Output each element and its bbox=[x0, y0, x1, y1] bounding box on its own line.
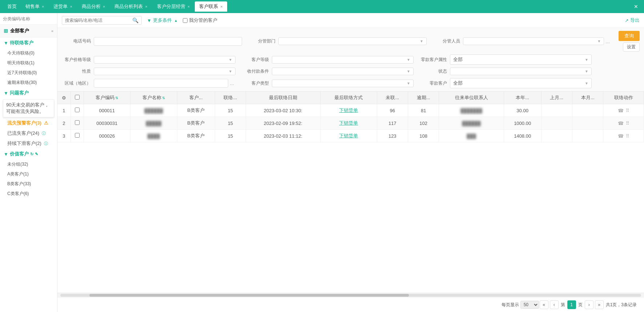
horizontal-scrollbar[interactable] bbox=[57, 293, 644, 297]
filter-retail: 零款客户 全部 ▼ bbox=[418, 78, 592, 88]
filter-customer-type: 客户类型 ▼ bbox=[240, 80, 414, 87]
per-page-select[interactable]: 50 20 100 bbox=[520, 301, 539, 309]
status-select[interactable]: ▼ bbox=[450, 68, 592, 75]
sidebar-item-tomorrow[interactable]: 明天待联络(1) bbox=[0, 58, 57, 68]
current-page-btn[interactable]: 1 bbox=[567, 300, 576, 309]
sidebar-all-customers[interactable]: ⊞ 全部客户 « bbox=[0, 25, 57, 37]
search-button[interactable]: 🔍 bbox=[132, 17, 138, 23]
row-last-method[interactable]: 下销货单 bbox=[320, 117, 377, 130]
sidebar-item-overdue[interactable]: 逾期未联络(30) bbox=[0, 78, 57, 88]
sidebar-item-declining[interactable]: 持续下滑客户(2) ⓘ bbox=[0, 138, 57, 149]
my-customers-checkbox[interactable] bbox=[183, 18, 188, 23]
tab-customer-layer[interactable]: 客户分层经营 × bbox=[153, 1, 194, 12]
tab-analysis-close[interactable]: × bbox=[103, 4, 105, 9]
tab-sales-close[interactable]: × bbox=[42, 4, 44, 9]
row-level: B类客户 bbox=[177, 104, 215, 117]
search-input[interactable] bbox=[65, 18, 132, 23]
sidebar-search-input[interactable] bbox=[3, 16, 57, 21]
col-last-month: 上月... bbox=[541, 92, 572, 104]
col-level: 客户... bbox=[177, 92, 215, 104]
sidebar-item-today[interactable]: 今天待联络(0) bbox=[0, 48, 57, 58]
row-last-method[interactable]: 下销货单 bbox=[320, 130, 377, 142]
sidebar-item-ungroup[interactable]: 未分组(32) bbox=[0, 159, 57, 169]
tab-analysis[interactable]: 商品分析 × bbox=[77, 1, 109, 12]
tab-home[interactable]: 首页 bbox=[3, 3, 21, 10]
contact-action-icon[interactable]: ☎ bbox=[618, 121, 624, 126]
export-button[interactable]: ↗ 导出 bbox=[625, 17, 640, 24]
row-code: 00030031 bbox=[84, 117, 130, 130]
dept-select[interactable]: ▼ bbox=[278, 37, 427, 45]
filter-payment: 收付款条件 ▼ bbox=[240, 68, 414, 75]
row-contact-count: 15 bbox=[215, 130, 246, 142]
contact-action-icon[interactable]: ☎ bbox=[618, 108, 624, 113]
retail-attr-select[interactable]: 全部 ▼ bbox=[450, 54, 592, 65]
manager-select[interactable]: ▼ bbox=[463, 37, 604, 45]
more-action-icon[interactable]: ⠿ bbox=[626, 133, 629, 139]
payment-select[interactable]: ▼ bbox=[272, 68, 414, 75]
col-settings[interactable]: ⚙ bbox=[57, 92, 71, 104]
sidebar-group-value[interactable]: ▼ 价值客户 ↻ ✎ bbox=[0, 149, 57, 159]
more-action-icon[interactable]: ⠿ bbox=[626, 108, 629, 113]
customer-type-select[interactable]: ▼ bbox=[272, 80, 414, 87]
col-checkbox[interactable] bbox=[71, 92, 84, 104]
row-last-method[interactable]: 下销货单 bbox=[320, 104, 377, 117]
tab-purchase-close[interactable]: × bbox=[70, 4, 72, 9]
sidebar-group-pending[interactable]: ▼ 待联络客户 bbox=[0, 37, 57, 48]
row-this-month bbox=[572, 130, 603, 142]
tab-analysis-list[interactable]: 商品分析列表 × bbox=[110, 1, 152, 12]
scroll-thumb[interactable] bbox=[89, 294, 409, 297]
filter-gender: 性质 ▼ bbox=[62, 68, 236, 75]
settings-button[interactable]: 设置 bbox=[623, 42, 640, 52]
select-all-checkbox[interactable] bbox=[75, 95, 80, 100]
chevron-down-icon-6: ▼ bbox=[229, 69, 232, 73]
row-last-date: 2023-02-03 11:12: bbox=[246, 130, 320, 142]
settings-col-icon[interactable]: ⚙ bbox=[62, 95, 66, 101]
close-all-button[interactable]: ✕ bbox=[631, 4, 641, 9]
customer-level-select[interactable]: ▼ bbox=[272, 56, 414, 64]
tab-purchase[interactable]: 进货单 × bbox=[49, 1, 76, 12]
prev-page-btn[interactable]: ‹ bbox=[550, 300, 559, 309]
tab-customer-contact[interactable]: 客户联系 × bbox=[195, 1, 227, 12]
more-action-icon[interactable]: ⠿ bbox=[626, 121, 629, 126]
row-checkbox[interactable] bbox=[71, 130, 84, 142]
filter-status: 状态 ▼ bbox=[418, 68, 592, 75]
contact-action-icon[interactable]: ☎ bbox=[618, 133, 624, 139]
row-name: █████ bbox=[130, 117, 177, 130]
phone-input[interactable] bbox=[94, 37, 242, 46]
query-button[interactable]: 查询 bbox=[619, 31, 640, 41]
row-index: 2 bbox=[57, 117, 71, 130]
edit-icon[interactable]: ✎ bbox=[35, 152, 38, 157]
price-level-select[interactable]: ▼ bbox=[94, 56, 236, 64]
manager-dots[interactable]: ... bbox=[604, 39, 611, 44]
export-icon: ↗ bbox=[625, 18, 629, 23]
row-last-date: 2023-02-09 19:52: bbox=[246, 117, 320, 130]
sidebar-item-a-class[interactable]: A类客户(1) bbox=[0, 169, 57, 179]
row-person: ███████ bbox=[439, 104, 504, 117]
more-conditions-btn[interactable]: ▼ 更多条件 ▲ bbox=[145, 16, 180, 25]
region-input[interactable] bbox=[94, 79, 228, 88]
col-person: 往来单位联系人 bbox=[439, 92, 504, 104]
first-page-btn[interactable]: « bbox=[540, 300, 548, 309]
tab-analysis-list-close[interactable]: × bbox=[145, 4, 147, 9]
row-checkbox[interactable] bbox=[71, 117, 84, 130]
row-overdue: 108 bbox=[408, 130, 439, 142]
gender-select[interactable]: ▼ bbox=[94, 68, 236, 75]
main-layout: 🔍 ⊞ 全部客户 « ▼ 待联络客户 今天待联络(0) 明天待联络(1) 近7天… bbox=[0, 13, 644, 312]
filter-retail-attr: 零款客户属性 全部 ▼ bbox=[418, 54, 592, 65]
sidebar-item-c-class[interactable]: C类客户(6) bbox=[0, 189, 57, 199]
last-page-btn[interactable]: » bbox=[595, 300, 604, 309]
refresh-icon[interactable]: ↻ bbox=[30, 152, 33, 157]
region-dots[interactable]: ... bbox=[228, 80, 236, 86]
next-page-btn[interactable]: › bbox=[585, 300, 593, 309]
row-checkbox[interactable] bbox=[71, 104, 84, 117]
tab-customer-contact-close[interactable]: × bbox=[220, 4, 222, 9]
sidebar-item-churn-warning[interactable]: 流失预警客户(3) ⚠ bbox=[0, 118, 57, 128]
sidebar-item-churned[interactable]: 已流失客户(24) ⓘ bbox=[0, 128, 57, 138]
tab-sales[interactable]: 销售单 × bbox=[21, 1, 48, 12]
sidebar-item-7days[interactable]: 近7天待联络(0) bbox=[0, 68, 57, 78]
scroll-track[interactable] bbox=[60, 294, 641, 297]
sidebar-group-problem[interactable]: ▼ 问题客户 bbox=[0, 88, 57, 98]
tab-customer-layer-close[interactable]: × bbox=[188, 4, 190, 9]
retail-select[interactable]: 全部 ▼ bbox=[450, 78, 592, 88]
sidebar-item-b-class[interactable]: B类客户(33) bbox=[0, 179, 57, 189]
